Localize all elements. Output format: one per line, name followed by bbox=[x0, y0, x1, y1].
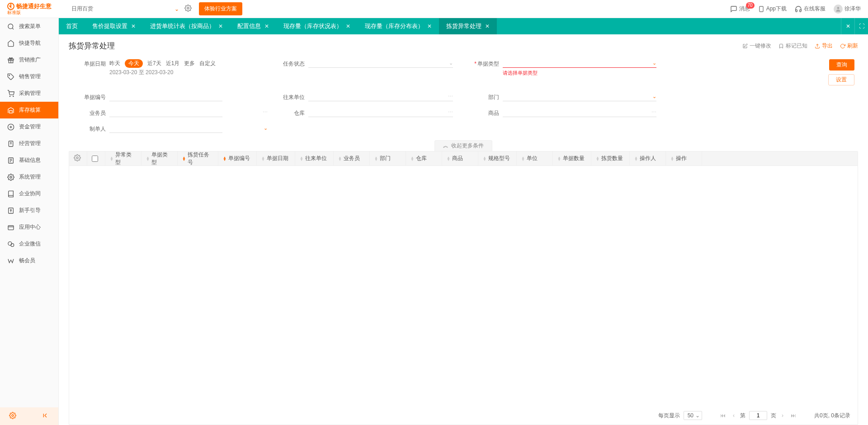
col-操作人[interactable]: ▲▼操作人 bbox=[630, 151, 666, 165]
col-部门[interactable]: ▲▼部门 bbox=[370, 151, 406, 165]
page-last-button[interactable]: ⏭ bbox=[789, 412, 798, 419]
tabs-fullscreen-button[interactable]: ⛶ bbox=[854, 18, 868, 34]
tab-配置信息[interactable]: 配置信息✕ bbox=[230, 18, 276, 34]
tab-拣货异常处理[interactable]: 拣货异常处理✕ bbox=[439, 18, 497, 34]
doc-type-select[interactable] bbox=[503, 59, 656, 68]
sidebar-item-新手引导[interactable]: 新手引导 bbox=[0, 202, 58, 219]
mark-known-button[interactable]: 标记已知 bbox=[778, 42, 807, 50]
date-chip-近1月[interactable]: 近1月 bbox=[166, 60, 180, 67]
warehouse-input[interactable] bbox=[308, 109, 453, 117]
sidebar-item-快捷导航[interactable]: 快捷导航 bbox=[0, 35, 58, 52]
export-button[interactable]: 导出 bbox=[815, 42, 833, 50]
doc-no-input[interactable] bbox=[109, 93, 222, 101]
settings-button[interactable]: 设置 bbox=[828, 74, 854, 85]
page-next-button[interactable]: › bbox=[780, 412, 785, 419]
sidebar-item-系统管理[interactable]: 系统管理 bbox=[0, 169, 58, 185]
page-number-input[interactable] bbox=[749, 411, 767, 420]
creator-select[interactable] bbox=[109, 124, 222, 133]
try-industry-plan-button[interactable]: 体验行业方案 bbox=[199, 2, 242, 15]
settings-gear-icon[interactable] bbox=[9, 412, 16, 420]
user-menu[interactable]: 徐泽华 bbox=[834, 5, 861, 14]
sidebar-item-label: 企业协同 bbox=[19, 190, 41, 198]
refresh-button[interactable]: 刷新 bbox=[840, 42, 858, 50]
app-download-button[interactable]: App下载 bbox=[758, 5, 787, 13]
col-异常类型[interactable]: ▲▼异常类型 bbox=[105, 151, 142, 165]
sidebar-item-资金管理[interactable]: 资金管理 bbox=[0, 118, 58, 135]
page-prev-button[interactable]: ‹ bbox=[731, 412, 736, 419]
tab-现存量（库存分布表）[interactable]: 现存量（库存分布表）✕ bbox=[358, 18, 439, 34]
sidebar-item-企业微信[interactable]: 企业微信 bbox=[0, 236, 58, 252]
col-单据日期[interactable]: ▲▼单据日期 bbox=[257, 151, 295, 165]
tab-现存量（库存状况表）[interactable]: 现存量（库存状况表）✕ bbox=[276, 18, 358, 34]
chevron-down-icon[interactable]: ⌄ bbox=[652, 60, 656, 66]
batch-edit-button[interactable]: 一键修改 bbox=[742, 42, 771, 50]
messages-button[interactable]: 消息 70 bbox=[730, 5, 750, 13]
col-单据编号[interactable]: ▲▼单据编号 bbox=[218, 151, 257, 165]
tab-首页[interactable]: 首页 bbox=[59, 18, 85, 34]
sidebar-item-营销推广[interactable]: 营销推广 bbox=[0, 52, 58, 68]
page-first-button[interactable]: ⏮ bbox=[718, 412, 727, 419]
more-icon[interactable]: ⋯ bbox=[448, 109, 453, 115]
date-chip-更多[interactable]: 更多 bbox=[184, 60, 195, 67]
close-icon[interactable]: ✕ bbox=[218, 23, 223, 29]
col-checkbox[interactable] bbox=[87, 151, 105, 165]
sidebar-item-经营管理[interactable]: 经营管理 bbox=[0, 135, 58, 152]
chevron-down-icon[interactable]: ⌄ bbox=[652, 94, 656, 99]
col-往来单位[interactable]: ▲▼往来单位 bbox=[295, 151, 334, 165]
horizontal-scrollbar[interactable] bbox=[73, 399, 854, 405]
chevron-down-icon[interactable]: ⌄ bbox=[449, 60, 453, 66]
sort-icon: ▲▼ bbox=[447, 156, 450, 161]
dept-select[interactable] bbox=[503, 93, 656, 101]
col-gear[interactable] bbox=[69, 151, 87, 165]
col-单据类型[interactable]: ▲▼单据类型 bbox=[142, 151, 178, 165]
col-拣货任务号[interactable]: ▲▼拣货任务号 bbox=[178, 151, 218, 165]
store-select[interactable]: 日用百货 ⌄ bbox=[71, 5, 179, 13]
close-icon[interactable]: ✕ bbox=[131, 23, 136, 29]
col-业务员[interactable]: ▲▼业务员 bbox=[334, 151, 370, 165]
more-icon[interactable]: ⋯ bbox=[448, 94, 453, 99]
date-chip-今天[interactable]: 今天 bbox=[125, 59, 143, 68]
col-操作[interactable]: ▲▼操作 bbox=[666, 151, 702, 165]
col-单位[interactable]: ▲▼单位 bbox=[517, 151, 553, 165]
more-icon[interactable]: ⋯ bbox=[263, 109, 268, 115]
close-icon[interactable]: ✕ bbox=[346, 23, 350, 29]
close-icon[interactable]: ✕ bbox=[427, 23, 432, 29]
query-button[interactable]: 查询 bbox=[829, 59, 854, 71]
svg-point-1 bbox=[187, 7, 189, 9]
online-service-label: 在线客服 bbox=[804, 5, 826, 13]
sidebar-item-搜索菜单[interactable]: 搜索菜单 bbox=[0, 18, 58, 35]
store-settings-icon[interactable] bbox=[184, 5, 192, 13]
more-icon[interactable]: ⋯ bbox=[651, 109, 656, 115]
select-all-checkbox[interactable] bbox=[92, 156, 98, 162]
chevron-down-icon[interactable]: ⌄ bbox=[264, 125, 268, 131]
sidebar-item-企业协同[interactable]: 企业协同 bbox=[0, 185, 58, 202]
sales-input[interactable] bbox=[109, 109, 222, 117]
date-chip-昨天[interactable]: 昨天 bbox=[109, 60, 120, 67]
collapse-sidebar-icon[interactable] bbox=[42, 412, 49, 420]
tab-售价提取设置[interactable]: 售价提取设置✕ bbox=[85, 18, 143, 34]
sidebar-item-畅会员[interactable]: 畅会员 bbox=[0, 252, 58, 269]
page-size-select[interactable]: 50 ⌄ bbox=[684, 411, 702, 420]
svg-point-27 bbox=[8, 241, 12, 245]
date-chip-近7天[interactable]: 近7天 bbox=[147, 60, 161, 67]
date-chip-自定义[interactable]: 自定义 bbox=[199, 60, 216, 67]
online-service-button[interactable]: 在线客服 bbox=[795, 5, 826, 13]
partner-input[interactable] bbox=[308, 93, 453, 101]
col-仓库[interactable]: ▲▼仓库 bbox=[406, 151, 442, 165]
product-input[interactable] bbox=[503, 109, 656, 117]
close-icon[interactable]: ✕ bbox=[485, 23, 490, 29]
col-规格型号[interactable]: ▲▼规格型号 bbox=[478, 151, 517, 165]
sidebar-item-销售管理[interactable]: 销售管理 bbox=[0, 68, 58, 85]
tabs-close-button[interactable]: ✕ bbox=[841, 18, 854, 34]
col-拣货数量[interactable]: ▲▼拣货数量 bbox=[591, 151, 630, 165]
sidebar-item-库存核算[interactable]: 库存核算 bbox=[0, 102, 58, 118]
col-商品[interactable]: ▲▼商品 bbox=[442, 151, 478, 165]
sidebar-item-采购管理[interactable]: 采购管理 bbox=[0, 85, 58, 102]
close-icon[interactable]: ✕ bbox=[264, 23, 269, 29]
task-status-select[interactable] bbox=[308, 59, 453, 68]
sidebar-item-应用中心[interactable]: 应用中心 bbox=[0, 219, 58, 236]
tab-进货单统计表（按商品）[interactable]: 进货单统计表（按商品）✕ bbox=[143, 18, 230, 34]
collapse-filters-button[interactable]: ︽ 收起更多条件 bbox=[434, 140, 492, 151]
col-单据数量[interactable]: ▲▼单据数量 bbox=[553, 151, 591, 165]
sidebar-item-基础信息[interactable]: 基础信息 bbox=[0, 152, 58, 169]
